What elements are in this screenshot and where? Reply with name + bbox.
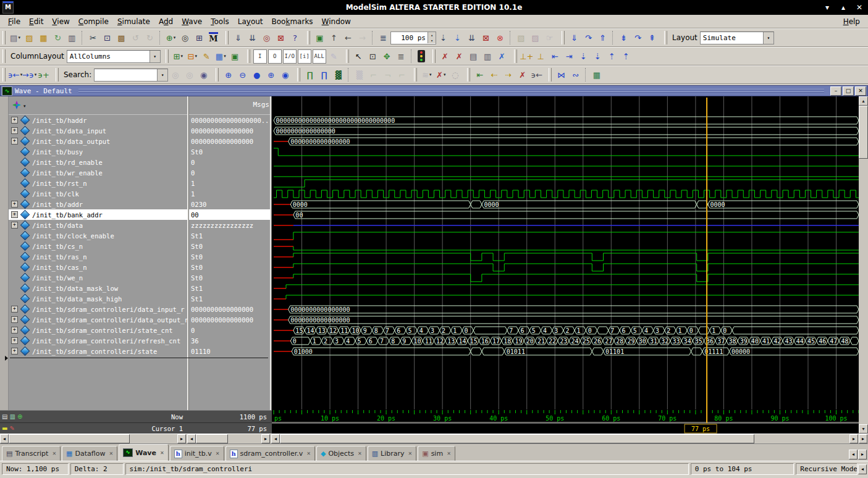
trace-connections[interactable]: ◌	[448, 68, 462, 82]
zoom-in[interactable]: ⊕	[221, 68, 235, 82]
signal-row-data_input[interactable]: +/init_tb/data_input	[9, 125, 187, 136]
edit-wave[interactable]: ✎	[200, 49, 214, 64]
signal-value-addr[interactable]: 0230	[189, 199, 270, 209]
search-options[interactable]: ◉	[196, 68, 211, 82]
scroll-right-button[interactable]: ▸	[261, 434, 270, 443]
tab-close-icon[interactable]: ✕	[306, 451, 311, 456]
signal-row-clock_enable[interactable]: /init_tb/clock_enable	[9, 230, 187, 241]
search-forward[interactable]: ◎	[182, 68, 196, 82]
menu-view[interactable]: View	[48, 16, 74, 27]
collapse-time-left[interactable]: ϶←▾	[8, 68, 22, 82]
tab-close-icon[interactable]: ✕	[447, 451, 451, 456]
insert-cursor[interactable]: ⊥+	[520, 49, 534, 64]
wave-titlebar-grip[interactable]	[78, 87, 824, 94]
columnlayout-combo[interactable]: AllColumns▾	[67, 50, 161, 63]
signal-row-data_output_r[interactable]: +/init_tb/sdram_controlleri/data_output_…	[9, 314, 187, 325]
edge-mask-2[interactable]: ¬	[381, 68, 395, 82]
menu-help[interactable]: Help	[839, 16, 864, 27]
scroll-left-button[interactable]: ◂	[271, 434, 280, 443]
menu-tools[interactable]: Tools	[206, 16, 234, 27]
signal-row-state_cnt[interactable]: +/init_tb/sdram_controlleri/state_cnt	[9, 325, 187, 335]
signal-value-data_input[interactable]: 0000000000000000	[189, 125, 270, 136]
break-simulation[interactable]: ⊠	[274, 31, 288, 45]
signal-value-data_input_r[interactable]: 0000000000000000	[189, 304, 270, 314]
delete-menu[interactable]: ✗▾	[434, 68, 448, 82]
tab-close-icon[interactable]: ✕	[160, 450, 164, 456]
values-hscroll-thumb[interactable]	[196, 434, 228, 443]
tab-init-tb-v[interactable]: hinit_tb.v✕	[170, 446, 224, 461]
instance-selector-arrow[interactable]: ▾	[23, 104, 26, 109]
combine-signals[interactable]: ⋈	[554, 68, 568, 82]
compile[interactable]: ⇓	[231, 31, 245, 45]
new-document[interactable]: ▤▾	[8, 31, 22, 45]
toolbar-group-handle[interactable]	[2, 31, 6, 44]
vertical-scroll-thumb[interactable]	[859, 106, 868, 159]
scroll-right-button[interactable]: ▸	[849, 434, 858, 443]
scroll-left-button[interactable]: ◂	[0, 434, 9, 443]
signal-row-data[interactable]: +/init_tb/data	[9, 220, 187, 230]
delete-cursor[interactable]: ⊥	[534, 49, 548, 64]
signal-row-data_mask_high[interactable]: /init_tb/data_mask_high	[9, 293, 187, 304]
edge-mask-3[interactable]: ⌐	[395, 68, 409, 82]
toolbar-group-handle[interactable]	[467, 68, 470, 82]
signal-row-data_mask_low[interactable]: /init_tb/data_mask_low	[9, 283, 187, 293]
names-hscroll-thumb[interactable]	[9, 434, 130, 443]
toolbar-group-handle[interactable]	[247, 49, 250, 63]
tab-scroll-right[interactable]: ▸	[858, 450, 867, 459]
step-into[interactable]: ⇓	[567, 31, 581, 45]
highlight-pen[interactable]: ✎	[327, 49, 341, 64]
examine-mode[interactable]: ☞	[542, 31, 557, 45]
save-wave-format[interactable]: ▦▾	[214, 49, 228, 64]
cursor-edit-icon[interactable]: ✎	[9, 425, 14, 432]
view-full-wave[interactable]: ▓	[331, 68, 345, 82]
wave-hscroll-thumb[interactable]	[280, 434, 754, 443]
tab-library[interactable]: ▥Library✕	[368, 446, 417, 461]
signal-value-clock_enable[interactable]: St1	[189, 230, 270, 241]
expand-hierarchy[interactable]: ⊞	[192, 31, 206, 45]
signal-row-haddr[interactable]: +/init_tb/haddr	[9, 115, 187, 125]
filter-input-ports[interactable]: I	[253, 49, 267, 64]
status-prev-button[interactable]: ◂	[858, 464, 867, 474]
close-button[interactable]: ✕	[854, 3, 864, 12]
signal-value-rd_enable[interactable]: 0	[189, 157, 270, 167]
expand-plus-icon[interactable]: +	[11, 222, 18, 229]
tab-scroll-left[interactable]: ◂	[849, 450, 857, 459]
run[interactable]: ⇣	[436, 31, 450, 45]
signal-value-data_mask_low[interactable]: St1	[189, 283, 270, 293]
scroll-right-button[interactable]: ▸	[177, 434, 186, 443]
menu-compile[interactable]: Compile	[74, 16, 113, 27]
jump-first-event[interactable]: ⇤	[473, 68, 487, 82]
undo[interactable]: ↺	[129, 31, 143, 45]
tab-close-icon[interactable]: ✕	[358, 451, 362, 456]
delete-cursor-right[interactable]: ✗	[452, 49, 466, 64]
expand-time[interactable]: ϶+	[36, 68, 51, 82]
layout-combo[interactable]: Simulate▾	[700, 31, 774, 44]
toolbar-group-handle[interactable]	[225, 31, 229, 44]
print[interactable]: ▥	[65, 31, 79, 45]
simulation-options[interactable]: ?	[288, 31, 302, 45]
tab-close-icon[interactable]: ✕	[216, 451, 220, 456]
signal-value-refresh_cnt[interactable]: 36	[189, 335, 270, 346]
refresh[interactable]: ↻	[51, 31, 65, 45]
signal-row-cas_n[interactable]: /init_tb/cas_n	[9, 262, 187, 272]
scroll-down-button[interactable]: ▾	[859, 424, 868, 434]
menu-file[interactable]: File	[4, 16, 25, 27]
memory-profile[interactable]: ▨	[528, 31, 542, 45]
open-folder[interactable]: ▨	[22, 31, 36, 45]
layout-combo-dropdown[interactable]: ▾	[763, 32, 773, 44]
signal-value-data[interactable]: zzzzzzzzzzzzzzzz	[189, 220, 270, 230]
signal-row-rst_n[interactable]: /init_tb/rst_n	[9, 178, 187, 188]
toolbar-group-handle[interactable]	[414, 68, 417, 82]
signal-value-data_output[interactable]: 0000000000000000	[189, 136, 270, 146]
filter-inout-ports[interactable]: I/O	[283, 49, 297, 64]
tab-sdram-controller-v[interactable]: hsdram_controller.v✕	[225, 446, 315, 461]
run-all[interactable]: ⇊	[465, 31, 479, 45]
toolbar-group-handle[interactable]	[562, 31, 565, 44]
signal-row-busy[interactable]: /init_tb/busy	[9, 146, 187, 157]
toolbar-group-handle[interactable]	[2, 68, 6, 82]
signal-row-data_input_r[interactable]: +/init_tb/sdram_controlleri/data_input_r	[9, 304, 187, 314]
wave-window-titlebar[interactable]: ∿ Wave - Default –□✕	[0, 85, 868, 96]
filter-internal-signals[interactable]: [i]	[298, 49, 311, 64]
wave-restore-button[interactable]: □	[843, 86, 854, 96]
tab-close-icon[interactable]: ✕	[52, 451, 56, 456]
